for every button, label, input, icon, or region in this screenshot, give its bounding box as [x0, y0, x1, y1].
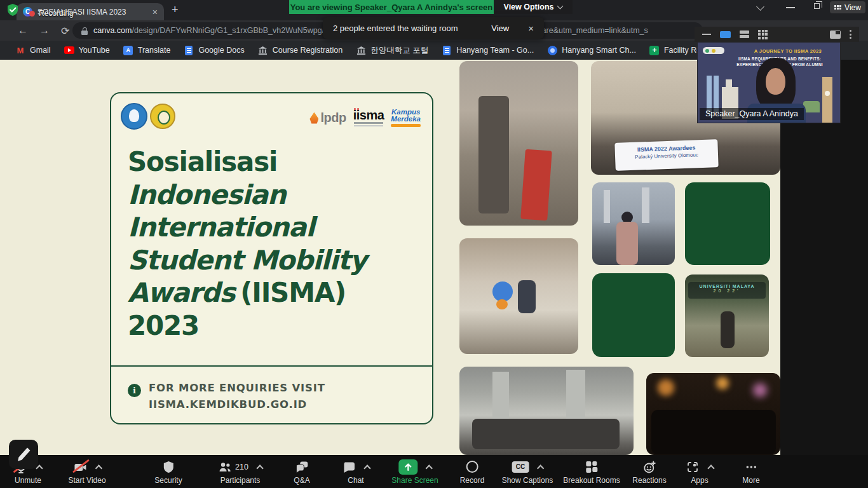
reactions-icon — [642, 460, 656, 474]
recording-dot-icon — [29, 11, 35, 17]
bookmark-hanyang-portal[interactable]: 한양대학교 포털 — [356, 45, 428, 56]
chevron-up-icon[interactable] — [363, 464, 370, 471]
poster-divider — [111, 365, 432, 367]
reactions-button[interactable]: Reactions — [632, 458, 666, 485]
lock-icon — [81, 27, 88, 35]
minimize-video-icon[interactable] — [702, 34, 711, 36]
landmark-clock — [825, 91, 830, 96]
chat-button[interactable]: Chat — [342, 458, 370, 485]
google-docs-icon — [442, 45, 452, 55]
photo-accent — [716, 377, 729, 390]
photo-accent — [518, 280, 536, 313]
universiti-malaya-sign: UNIVERSITI MALAYA 20 22' — [688, 282, 766, 299]
tab-close-icon[interactable]: × — [153, 8, 158, 17]
share-screen-icon — [398, 459, 417, 475]
bookmark-course-registration[interactable]: Course Registration — [258, 45, 342, 55]
photo-accent — [651, 410, 776, 454]
participants-icon — [218, 460, 232, 474]
more-button[interactable]: More — [742, 458, 759, 485]
translate-icon: A — [123, 45, 133, 55]
speaker-view-icon[interactable] — [740, 30, 749, 38]
landmark-spire — [726, 79, 732, 88]
photo-universiti-malaya: UNIVERSITI MALAYA 20 22' — [685, 274, 769, 357]
footer-line1: FOR MORE ENQUIRIES VISIT — [149, 380, 325, 396]
photo-accent — [478, 96, 509, 214]
new-tab-button[interactable]: + — [172, 3, 179, 17]
captions-icon: CC — [512, 461, 529, 473]
breakout-rooms-icon — [585, 460, 599, 473]
forward-icon[interactable]: → — [39, 25, 50, 36]
photo-rotated-group — [459, 61, 578, 226]
photo-tower-bridge — [592, 182, 675, 265]
zoom-meeting-toolbar: Unmute Start Video Security 210 Particip… — [0, 455, 868, 488]
reload-icon[interactable]: ⟳ — [61, 25, 69, 37]
pip-window-icon[interactable] — [830, 30, 841, 39]
speaker-video-thumbnail[interactable]: A JOURNEY TO IISMA 2023 IISMA REQUIREMEN… — [697, 42, 841, 123]
landmark-tower — [714, 76, 719, 112]
back-icon[interactable]: ← — [18, 25, 28, 36]
security-button[interactable]: Security — [154, 458, 182, 485]
toast-close-icon[interactable]: × — [528, 23, 534, 34]
youtube-icon — [64, 45, 74, 55]
photo-night-group — [646, 373, 780, 455]
start-video-button[interactable]: Start Video — [68, 458, 105, 485]
apps-icon — [686, 460, 700, 474]
bank-icon — [356, 45, 366, 55]
restore-window-icon[interactable] — [814, 3, 820, 9]
landmark-big-ben — [822, 77, 832, 123]
poster-title: Sosialisasi Indonesian International Stu… — [128, 146, 367, 342]
iisma-poster: lpdp iisma Kampus Merdeka Sosialisasi In… — [110, 92, 433, 424]
qa-button[interactable]: Q&A — [294, 458, 309, 485]
bookmark-hanyang-team[interactable]: Hanyang Team - Go... — [442, 45, 534, 55]
minimize-window-icon[interactable] — [786, 7, 795, 8]
corner-view-button[interactable]: View — [830, 1, 865, 13]
gmail-icon: M — [15, 45, 25, 55]
bank-icon — [258, 45, 268, 55]
lpdp-flame-icon — [309, 112, 318, 124]
chevron-up-icon[interactable] — [95, 464, 102, 471]
more-video-options-icon[interactable] — [850, 30, 851, 39]
chevron-down-icon — [557, 3, 564, 10]
participants-button[interactable]: 210 Participants — [218, 458, 262, 485]
photo-accent — [520, 149, 552, 221]
green-block — [685, 182, 770, 265]
kemdikbud-logo — [121, 103, 147, 130]
record-button[interactable]: Record — [460, 458, 485, 485]
gallery-view-icon[interactable] — [758, 30, 768, 39]
annotation-pen-cursor — [9, 440, 38, 469]
photo-building-group — [459, 367, 634, 455]
breakout-rooms-button[interactable]: Breakout Rooms — [563, 458, 620, 485]
photo-accent — [721, 311, 735, 348]
toast-view-button[interactable]: View — [491, 24, 509, 33]
speaker-face — [766, 68, 785, 95]
show-captions-button[interactable]: CC Show Captions — [502, 458, 553, 485]
chat-icon — [342, 460, 356, 474]
bookmark-youtube[interactable]: YouTube — [64, 45, 110, 55]
apps-button[interactable]: Apps — [686, 458, 714, 485]
footer-line2: IISMA.KEMDIKBUD.GO.ID — [149, 396, 325, 413]
photo-accent — [616, 222, 638, 265]
speaker-name-label: Speaker_Qyara A Anindya — [700, 108, 804, 120]
photo-accent — [472, 419, 620, 449]
meeting-security-shield-icon[interactable] — [6, 3, 19, 20]
photo-accent — [658, 379, 674, 396]
bookmark-google-docs[interactable]: Google Docs — [184, 45, 244, 55]
photo-accent — [753, 383, 767, 397]
more-icon — [744, 460, 758, 474]
zoom-shared-screen: C SOSIALISASI IISMA 2023 × + ← → ⟳ canva… — [0, 0, 868, 488]
bookmark-gmail[interactable]: M Gmail — [15, 45, 51, 55]
canva-design-canvas: lpdp iisma Kampus Merdeka Sosialisasi In… — [0, 60, 780, 455]
chevron-up-icon[interactable] — [707, 464, 714, 471]
chevron-up-icon[interactable] — [256, 464, 263, 471]
video-strip-controls — [695, 27, 859, 42]
slide-title: A JOURNEY TO IISMA 2023 — [735, 48, 841, 54]
bookmark-hanyang-smart[interactable]: Hanyang Smart Ch... — [547, 45, 636, 55]
bookmark-translate[interactable]: A Translate — [123, 45, 171, 55]
green-plus-icon: + — [649, 45, 660, 55]
awardees-banner: IISMA 2022 Awardees Palacký University O… — [614, 139, 718, 171]
chevron-up-icon[interactable] — [537, 464, 544, 471]
active-speaker-view-icon[interactable] — [720, 31, 731, 38]
chevron-up-icon[interactable] — [425, 464, 432, 471]
view-options-button[interactable]: View Options — [494, 0, 573, 14]
share-screen-button[interactable]: Share Screen — [391, 458, 438, 485]
